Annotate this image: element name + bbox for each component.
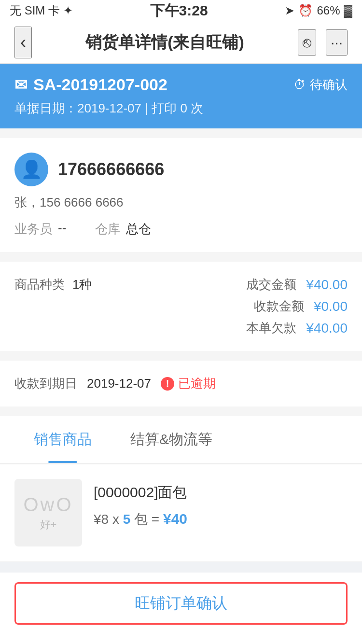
header-top: ✉ SA-20191207-002 ⏱ 待确认 bbox=[14, 75, 348, 94]
payment-due-date: 2019-12-07 bbox=[87, 376, 151, 391]
share-button[interactable]: ⎋ bbox=[298, 29, 316, 56]
owed-amount-label: 本单欠款 bbox=[246, 320, 296, 336]
product-name: [0000002]面包 bbox=[94, 483, 348, 503]
product-price: ¥8 x 5 包 = ¥40 bbox=[94, 510, 348, 529]
order-number: ✉ SA-20191207-002 bbox=[14, 75, 167, 94]
status-time: 下午3:28 bbox=[150, 1, 208, 21]
status-right: ➤ ⏰ 66% ▓ bbox=[285, 4, 352, 17]
tabs-container: 销售商品 结算&物流等 bbox=[0, 416, 362, 463]
nav-actions: ⎋ ··· bbox=[298, 29, 348, 56]
customer-name: 张，156 6666 6666 bbox=[14, 194, 348, 211]
status-left: 无 SIM 卡 ✦ bbox=[10, 3, 73, 18]
order-date: 单据日期：2019-12-07 bbox=[14, 101, 141, 115]
warehouse-label: 仓库 bbox=[95, 221, 120, 238]
product-image: OwO 好+ bbox=[14, 479, 82, 546]
tab-settlement[interactable]: 结算&物流等 bbox=[111, 416, 232, 463]
summary-section: 商品种类 1种 成交金额 ¥40.00 收款金额 ¥0.00 本单欠款 ¥40.… bbox=[0, 262, 362, 351]
warning-icon: ! bbox=[161, 377, 174, 391]
battery-percent: 66% bbox=[317, 4, 340, 17]
tabs-row: 销售商品 结算&物流等 bbox=[0, 416, 362, 463]
summary-left: 商品种类 1种 bbox=[14, 276, 92, 293]
deal-amount-value: ¥40.00 bbox=[306, 277, 348, 293]
customer-row: 👤 17666666666 bbox=[14, 153, 348, 186]
avatar: 👤 bbox=[14, 153, 48, 186]
summary-right: 成交金额 ¥40.00 收款金额 ¥0.00 本单欠款 ¥40.00 bbox=[246, 276, 348, 336]
product-types-item: 商品种类 1种 bbox=[14, 276, 92, 293]
deal-amount-label: 成交金额 bbox=[246, 276, 296, 293]
status-clock-icon: ⏱ bbox=[293, 77, 306, 92]
overdue-text: 已逾期 bbox=[178, 375, 216, 392]
nav-bar: ‹ 销货单详情(来自旺铺) ⎋ ··· bbox=[0, 21, 362, 64]
sim-status: 无 SIM 卡 ✦ bbox=[10, 3, 73, 18]
meta-separator: | bbox=[145, 101, 152, 115]
received-amount-value: ¥0.00 bbox=[314, 299, 348, 314]
order-print: 打印 0 次 bbox=[152, 101, 203, 115]
status-text: 待确认 bbox=[310, 76, 348, 93]
received-amount-row: 收款金额 ¥0.00 bbox=[254, 298, 348, 315]
product-logo: OwO 好+ bbox=[23, 494, 73, 532]
payment-section: 收款到期日 2019-12-07 ! 已逾期 bbox=[0, 361, 362, 406]
order-meta: 单据日期：2019-12-07 | 打印 0 次 bbox=[14, 100, 348, 117]
customer-section: 👤 17666666666 张，156 6666 6666 业务员 -- 仓库 … bbox=[0, 138, 362, 252]
battery-icon: ▓ bbox=[344, 4, 352, 17]
price-unit: ¥8 bbox=[94, 512, 109, 527]
avatar-icon: 👤 bbox=[21, 159, 42, 180]
back-button[interactable]: ‹ bbox=[14, 27, 32, 58]
overdue-badge: ! 已逾期 bbox=[161, 375, 216, 392]
salesperson-label: 业务员 bbox=[14, 221, 52, 238]
received-amount-label: 收款金额 bbox=[254, 298, 304, 315]
salesperson-value: -- bbox=[58, 221, 66, 238]
equals-sign: = bbox=[152, 512, 163, 527]
warehouse-value: 总仓 bbox=[126, 221, 151, 238]
deal-amount-row: 成交金额 ¥40.00 bbox=[246, 276, 348, 293]
product-info: [0000002]面包 ¥8 x 5 包 = ¥40 bbox=[94, 479, 348, 529]
unit: 包 bbox=[134, 512, 148, 527]
payment-due-label: 收款到期日 bbox=[14, 375, 77, 392]
product-logo-plus: 好+ bbox=[40, 518, 57, 532]
header-card: ✉ SA-20191207-002 ⏱ 待确认 单据日期：2019-12-07 … bbox=[0, 64, 362, 128]
owed-amount-row: 本单欠款 ¥40.00 bbox=[246, 320, 348, 336]
confirm-order-button[interactable]: 旺铺订单确认 bbox=[14, 582, 348, 625]
status-badge: ⏱ 待确认 bbox=[293, 76, 348, 93]
multiply-sign: x bbox=[112, 512, 123, 527]
warehouse-detail: 仓库 总仓 bbox=[95, 221, 151, 238]
page-title: 销货单详情(来自旺铺) bbox=[85, 31, 244, 54]
order-number-text: SA-20191207-002 bbox=[33, 75, 167, 94]
total-price: ¥40 bbox=[163, 511, 187, 527]
status-bar: 无 SIM 卡 ✦ 下午3:28 ➤ ⏰ 66% ▓ bbox=[0, 0, 362, 21]
alarm-icon: ⏰ bbox=[298, 4, 313, 17]
bottom-bar: 旺铺订单确认 bbox=[0, 573, 362, 644]
salesperson-detail: 业务员 -- bbox=[14, 221, 66, 238]
product-types-value: 1种 bbox=[72, 276, 92, 293]
product-item: OwO 好+ [0000002]面包 ¥8 x 5 包 = ¥40 bbox=[14, 479, 348, 546]
owed-amount-value: ¥40.00 bbox=[306, 321, 348, 336]
tab-products[interactable]: 销售商品 bbox=[14, 416, 111, 463]
more-button[interactable]: ··· bbox=[326, 29, 348, 56]
order-icon: ✉ bbox=[14, 76, 28, 94]
product-logo-eyes: OwO bbox=[23, 494, 73, 516]
customer-phone: 17666666666 bbox=[58, 159, 164, 180]
customer-details: 业务员 -- 仓库 总仓 bbox=[14, 221, 348, 238]
product-section: OwO 好+ [0000002]面包 ¥8 x 5 包 = ¥40 bbox=[0, 464, 362, 561]
location-icon: ➤ bbox=[285, 4, 294, 17]
quantity: 5 bbox=[123, 512, 131, 527]
product-types-label: 商品种类 bbox=[14, 276, 65, 293]
